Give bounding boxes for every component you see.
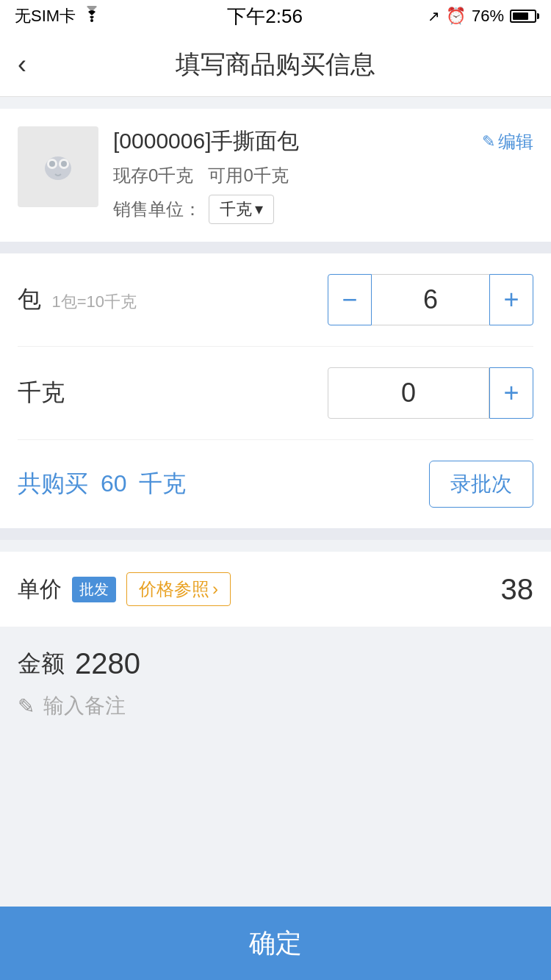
bao-plus-button[interactable]: + xyxy=(489,274,533,325)
kg-quantity-row: 千克 + xyxy=(18,347,533,440)
kg-plus-button[interactable]: + xyxy=(489,367,533,419)
status-right: ↗ ⏰ 76% xyxy=(428,7,536,26)
bao-minus-button[interactable]: − xyxy=(328,274,372,325)
product-unit-row: 销售单位： 千克 ▾ xyxy=(113,195,533,224)
kg-label-group: 千克 xyxy=(18,377,65,409)
amount-section: 金额 2280 ✎ 输入备注 xyxy=(0,627,551,741)
dropdown-arrow-icon: ▾ xyxy=(255,200,263,219)
batch-badge: 批发 xyxy=(72,577,116,602)
bao-hint: 1包=10千克 xyxy=(51,292,137,311)
pencil-icon: ✎ xyxy=(18,694,35,718)
edit-icon: ✎ xyxy=(482,132,495,151)
product-name: [0000006]手撕面包 xyxy=(113,126,299,156)
product-image xyxy=(18,126,98,207)
status-left: 无SIM卡 xyxy=(15,5,102,27)
battery-icon xyxy=(510,10,536,23)
alarm-icon: ⏰ xyxy=(446,7,466,26)
bao-controls: − + xyxy=(328,274,533,325)
product-info: [0000006]手撕面包 ✎ 编辑 现存0千克 可用0千克 销售单位： 千克 … xyxy=(113,126,533,224)
price-ref-arrow-icon: › xyxy=(212,579,218,599)
svg-point-4 xyxy=(49,161,55,167)
total-amount: 60 xyxy=(101,470,127,497)
amount-label: 金额 xyxy=(18,648,65,680)
bao-quantity-row: 包 1包=10千克 − + xyxy=(18,253,533,347)
status-time: 下午2:56 xyxy=(227,4,303,29)
price-ref-button[interactable]: 价格参照 › xyxy=(126,572,231,606)
page-title: 填写商品购买信息 xyxy=(176,48,375,82)
note-row[interactable]: ✎ 输入备注 xyxy=(18,692,533,720)
separator-1 xyxy=(0,242,551,253)
price-section: 单价 批发 价格参照 › 38 xyxy=(0,552,551,627)
bao-label: 包 xyxy=(18,286,41,312)
record-batch-button[interactable]: 录批次 xyxy=(429,461,533,508)
amount-value: 2280 xyxy=(75,647,140,680)
total-text: 共购买 60 千克 xyxy=(18,468,186,500)
confirm-label: 确定 xyxy=(249,926,302,962)
product-stock: 现存0千克 可用0千克 xyxy=(113,164,533,187)
bao-label-group: 包 1包=10千克 xyxy=(18,284,137,316)
product-card: [0000006]手撕面包 ✎ 编辑 现存0千克 可用0千克 销售单位： 千克 … xyxy=(0,109,551,242)
kg-controls: + xyxy=(328,367,533,419)
battery-percent: 76% xyxy=(472,7,504,26)
edit-button[interactable]: ✎ 编辑 xyxy=(482,130,533,154)
location-icon: ↗ xyxy=(428,7,440,25)
confirm-button[interactable]: 确定 xyxy=(0,907,551,980)
separator-2 xyxy=(0,528,551,540)
back-button[interactable]: ‹ xyxy=(18,49,26,80)
bao-input[interactable] xyxy=(372,274,489,325)
status-bar: 无SIM卡 下午2:56 ↗ ⏰ 76% xyxy=(0,0,551,32)
unit-dropdown[interactable]: 千克 ▾ xyxy=(209,195,274,224)
kg-label: 千克 xyxy=(18,379,65,406)
price-label: 单价 xyxy=(18,574,62,605)
kg-input[interactable] xyxy=(328,367,489,419)
price-row: 单价 批发 价格参照 › 38 xyxy=(18,572,533,606)
price-value: 38 xyxy=(501,573,534,606)
amount-row: 金额 2280 xyxy=(18,647,533,680)
wifi-icon xyxy=(82,6,102,26)
total-row: 共购买 60 千克 录批次 xyxy=(0,440,551,528)
carrier-label: 无SIM卡 xyxy=(15,5,76,27)
bottom-spacer xyxy=(0,741,551,826)
price-label-group: 单价 批发 价格参照 › xyxy=(18,572,231,606)
nav-bar: ‹ 填写商品购买信息 xyxy=(0,32,551,97)
product-name-row: [0000006]手撕面包 ✎ 编辑 xyxy=(113,126,533,156)
note-input[interactable]: 输入备注 xyxy=(43,692,126,720)
quantity-section: 包 1包=10千克 − + 千克 + xyxy=(0,253,551,440)
svg-point-5 xyxy=(61,161,67,167)
svg-point-0 xyxy=(90,19,93,22)
